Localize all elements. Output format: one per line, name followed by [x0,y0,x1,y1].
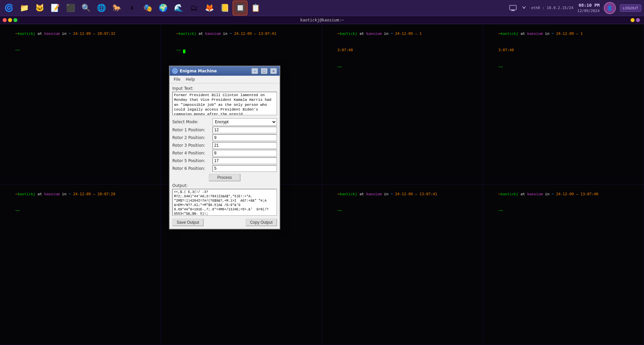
rotor2-row: Rotor 2 Position: [172,134,277,141]
terminal-panel-7[interactable]: ─kaotickj at kaosium in ~ 24-12-09 – 13:… [322,185,483,345]
terminal-prompt: ─→ [2,42,159,59]
rotor3-input[interactable] [213,142,277,149]
cursor [183,50,185,53]
dot-purple [636,18,640,22]
user-avatar[interactable]: 👤 [604,2,616,14]
terminal-line: ─kaotickj at kaosium in ~ 24-12-09 – 20:… [2,186,159,203]
taskbar-app-terminal[interactable]: ⬛ [63,1,78,15]
maximize-window-button[interactable] [13,18,17,22]
copy-output-button[interactable]: Copy Output [246,219,277,226]
taskbar-app-9[interactable]: 🎭 [140,1,155,15]
terminal-line-2: 3:07:40 [485,42,642,59]
dialog-body: Input Text: Select Mode: Encrypt Decrypt… [170,83,280,229]
input-text-area[interactable] [172,92,277,115]
rotor5-input[interactable] [213,157,277,164]
taskbar-app-1[interactable]: 🌀 [1,1,16,15]
mode-select[interactable]: Encrypt Decrypt [213,118,277,126]
terminal-line: ─kaotickj at kaosium in ~ 24-12-09 – 13:… [485,186,642,203]
network-icon [521,5,527,11]
taskbar-app-14[interactable]: 📒 [217,1,232,15]
output-text-area[interactable] [172,189,277,216]
taskbar-right: eth0 : 10.0.2.15/24 08:10 PM 12/09/2024 … [509,2,644,14]
rotor2-label: Rotor 2 Position: [172,135,213,140]
monitor-icon [509,4,517,12]
close-window-button[interactable] [3,18,7,22]
terminal-panel-1[interactable]: ─kaotickj at kaosium in ~ 24-12-09 – 20:… [0,24,161,185]
terminal-prompt: ─→ [485,203,642,219]
taskbar-apps: 🌀 📁 🐱 📝 ⬛ 🔍 🌐 🐎 ⬇ 🎭 🌍 🌊 🗂 🦊 📒 🔲 📋 [0,1,264,15]
taskbar-app-search[interactable]: 🔍 [78,1,93,15]
dialog-title: Enigma Machine [180,69,249,73]
taskbar-app-10[interactable]: 🌍 [156,1,170,15]
network-label: eth0 : 10.0.2.15/24 [531,6,573,10]
close-dialog-button[interactable]: ✕ [270,68,277,74]
output-btn-row: Save Output Copy Output [172,219,277,226]
svg-rect-0 [510,5,516,10]
terminal-line: ─kaotickj at kaosium in ~ 24-12-09 – 1 [324,25,481,42]
maximize-dialog-button[interactable]: □ [261,68,268,74]
terminal-titlebar: kaotickj@kaosium:~ [0,16,644,24]
taskbar-app-6[interactable]: 🌐 [94,1,109,15]
menu-help[interactable]: Help [183,76,197,82]
rotor6-label: Rotor 6 Position: [172,166,213,171]
rotor1-input[interactable] [213,127,277,133]
rotor6-input[interactable] [213,165,277,172]
taskbar-app-3[interactable]: 🐱 [32,1,47,15]
terminal-line: ─kaotickj at kaosium in ~ 24-12-09 – 20:… [2,25,159,42]
taskbar-app-11[interactable]: 🌊 [171,1,186,15]
terminal-line-2: 3:07:40 [324,42,481,59]
enigma-icon: ⚙ [172,68,178,74]
input-text-label: Input Text: [172,86,277,91]
logout-button[interactable]: LOGOUT [620,4,641,12]
rotor5-label: Rotor 5 Position: [172,158,213,163]
terminal-panel-3[interactable]: ─kaotickj at kaosium in ~ 24-12-09 – 1 3… [322,24,483,185]
terminal-title: kaotickj@kaosium:~ [300,18,344,22]
rotor3-label: Rotor 3 Position: [172,143,213,148]
taskbar-app-files[interactable]: 📁 [17,1,32,15]
taskbar: 🌀 📁 🐱 📝 ⬛ 🔍 🌐 🐎 ⬇ 🎭 🌍 🌊 🗂 🦊 📒 🔲 📋 eth0 :… [0,0,644,16]
terminal-line: ─kaotickj at kaosium in ~ 24-12-09 – 1 [485,25,642,42]
terminal-panel-5[interactable]: ─kaotickj at kaosium in ~ 24-12-09 – 20:… [0,185,161,345]
mode-label: Select Mode: [172,120,213,124]
taskbar-app-16[interactable]: 📋 [248,1,263,15]
taskbar-app-notes[interactable]: 📝 [48,1,62,15]
taskbar-app-active[interactable]: 🔲 [233,1,247,15]
minimize-dialog-button[interactable]: ─ [251,68,258,74]
process-btn-row: Process [172,174,277,181]
rotor2-input[interactable] [213,134,277,141]
terminal-prompt: ─→ [324,59,481,75]
terminal-prompt: ─→ [324,203,481,219]
enigma-dialog: ⚙ Enigma Machine ─ □ ✕ File Help Input T… [169,66,280,229]
mode-row: Select Mode: Encrypt Decrypt [172,118,277,126]
terminal-line: ─kaotickj at kaosium in ~ 24-12-09 – 13:… [324,186,481,203]
process-button[interactable]: Process [209,174,240,181]
time-display: 08:10 PM [577,2,599,8]
date-display: 12/09/2024 [577,8,599,13]
dialog-menubar: File Help [170,76,280,83]
menu-file[interactable]: File [171,76,183,82]
taskbar-app-8[interactable]: ⬇ [125,1,139,15]
rotor4-input[interactable] [213,150,277,156]
svg-point-5 [523,7,525,9]
terminal-prompt: ─→ [485,59,642,75]
terminal-prompt: ─→ [163,42,319,59]
dialog-titlebar[interactable]: ⚙ Enigma Machine ─ □ ✕ [170,66,280,76]
save-output-button[interactable]: Save Output [172,219,203,226]
taskbar-app-7[interactable]: 🐎 [109,1,124,15]
taskbar-app-filezilla[interactable]: 🗂 [186,1,201,15]
terminal-panel-8[interactable]: ─kaotickj at kaosium in ~ 24-12-09 – 13:… [483,185,644,345]
output-label: Output: [172,183,277,188]
rotor3-row: Rotor 3 Position: [172,142,277,149]
rotor1-row: Rotor 1 Position: [172,127,277,133]
taskbar-app-firefox[interactable]: 🦊 [202,1,217,15]
terminals-grid: ─kaotickj at kaosium in ~ 24-12-09 – 20:… [0,24,644,345]
rotor4-label: Rotor 4 Position: [172,151,213,155]
terminal-line: ─kaotickj at kaosium in ~ 24-12-09 – 13:… [163,25,319,42]
rotor6-row: Rotor 6 Position: [172,165,277,172]
clock: 08:10 PM 12/09/2024 [577,2,599,14]
rotor5-row: Rotor 5 Position: [172,157,277,164]
minimize-window-button[interactable] [8,18,12,22]
title-dots [631,18,640,22]
window-controls [3,18,17,22]
terminal-panel-4[interactable]: ─kaotickj at kaosium in ~ 24-12-09 – 1 3… [483,24,644,185]
